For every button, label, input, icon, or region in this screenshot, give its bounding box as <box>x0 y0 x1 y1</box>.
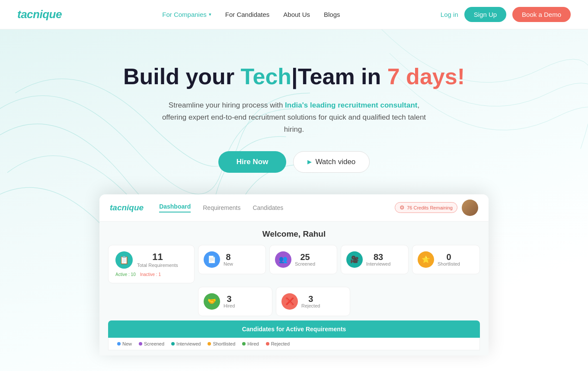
stat-label-screened: Screened <box>295 261 315 266</box>
credits-text: 76 Credits Remaining <box>407 205 453 210</box>
hero-title-teal: Tech <box>241 64 292 89</box>
stat-icon-interviewed: 🎥 <box>346 251 363 268</box>
legend-interviewed: Interviewed <box>171 341 201 346</box>
dashboard-tab-requirements-label: Requirements <box>203 204 240 211</box>
nav-links: For Companies ▾ For Candidates About Us … <box>162 11 340 18</box>
legend-screened: Screened <box>139 341 164 346</box>
inactive-badge: Inactive : 1 <box>140 272 161 277</box>
stat-card-hired: 🤝 3 Hired <box>198 287 272 316</box>
candidates-bar: Candidates for Active Requirements <box>108 320 480 338</box>
login-button[interactable]: Log in <box>441 11 458 18</box>
stat-label-new: New <box>224 261 233 266</box>
stat-number-new: 8 <box>224 253 233 261</box>
hire-now-button[interactable]: Hire Now <box>218 151 287 173</box>
avatar <box>462 200 478 216</box>
stat-number-hired: 3 <box>224 295 235 303</box>
legend-shortlisted: Shortlisted <box>208 341 235 346</box>
legend-new: New <box>117 341 132 346</box>
stat-number-total: 11 <box>137 252 178 262</box>
legend-screened-label: Screened <box>144 341 164 346</box>
legend-interviewed-label: Interviewed <box>176 341 201 346</box>
stat-label-interviewed: Interviewed <box>366 261 390 266</box>
logo[interactable]: tacnique <box>17 8 62 21</box>
dashboard-tab-requirements[interactable]: Requirements <box>203 204 240 211</box>
nav-item-blogs[interactable]: Blogs <box>324 11 340 18</box>
stat-card-shortlisted: ⭐ 0 Shortlisted <box>412 245 480 274</box>
nav-label-for-candidates: For Candidates <box>225 11 270 18</box>
hero-content: Build your Tech|Team in 7 days! Streamli… <box>99 29 489 355</box>
hero-title-orange: 7 days! <box>387 64 465 89</box>
hero-title-part2: Team in <box>298 64 387 89</box>
dashboard-right: ⚙ 76 Credits Remaining <box>395 200 478 216</box>
stats-row-1: 📋 11 Total Requirements Active : 10 Inac… <box>108 245 480 283</box>
navbar: tacnique For Companies ▾ For Candidates … <box>0 0 588 29</box>
stat-icon-total: 📋 <box>115 251 133 269</box>
dashboard-body: Welcome, Rahul 📋 11 Total Requirements <box>99 222 489 355</box>
candidates-section: Candidates for Active Requirements New S… <box>108 320 480 350</box>
legend-row: New Screened Interviewed Shortliste <box>108 338 480 350</box>
stat-card-interviewed: 🎥 83 Interviewed <box>341 245 409 274</box>
dashboard-logo: tacnique <box>110 203 144 212</box>
nav-item-for-candidates[interactable]: For Candidates <box>225 11 270 18</box>
legend-rejected-label: Rejected <box>271 341 290 346</box>
stat-label-shortlisted: Shortlisted <box>438 261 460 266</box>
nav-label-about-us: About Us <box>283 11 310 18</box>
nav-actions: Log in Sign Up Book a Demo <box>441 7 571 22</box>
hero-title-divider: | <box>291 64 298 89</box>
nav-item-about-us[interactable]: About Us <box>283 11 310 18</box>
legend-rejected: Rejected <box>266 341 290 346</box>
stats-row-2: 🤝 3 Hired ❌ 3 Rejected <box>108 287 480 316</box>
stat-label-rejected: Rejected <box>301 303 320 308</box>
legend-shortlisted-label: Shortlisted <box>213 341 235 346</box>
candidates-title: Candidates for Active Requirements <box>242 326 346 333</box>
stat-icon-hired: 🤝 <box>204 293 220 310</box>
dashboard-tab-dashboard-label: Dashboard <box>159 203 191 210</box>
stat-card-total: 📋 11 Total Requirements Active : 10 Inac… <box>108 245 195 283</box>
dashboard-tab-dashboard[interactable]: Dashboard <box>159 203 191 212</box>
stat-card-screened: 👥 25 Screened <box>269 245 337 274</box>
watch-video-label: Watch video <box>315 158 355 166</box>
book-demo-button[interactable]: Book a Demo <box>512 7 571 22</box>
hero-buttons: Hire Now ▶ Watch video <box>218 151 370 173</box>
stat-number-shortlisted: 0 <box>438 253 460 261</box>
stat-label-total: Total Requirements <box>137 263 178 268</box>
signup-button[interactable]: Sign Up <box>464 7 506 22</box>
stat-icon-screened: 👥 <box>275 251 291 268</box>
chevron-down-icon: ▾ <box>209 12 211 17</box>
stat-number-interviewed: 83 <box>366 253 390 261</box>
nav-label-blogs: Blogs <box>324 11 340 18</box>
stat-icon-rejected: ❌ <box>281 293 298 310</box>
dashboard-tab-candidates[interactable]: Candidates <box>252 204 283 211</box>
subtitle-highlight: India's leading recruitment consultant <box>285 101 417 109</box>
hero-title: Build your Tech|Team in 7 days! <box>123 64 465 90</box>
dashboard-tab-candidates-label: Candidates <box>252 204 283 211</box>
watch-video-button[interactable]: ▶ Watch video <box>293 151 370 173</box>
stat-card-rejected: ❌ 3 Rejected <box>276 287 350 316</box>
hero-section: Build your Tech|Team in 7 days! Streamli… <box>0 29 588 371</box>
hero-title-part1: Build your <box>123 64 241 89</box>
stat-number-rejected: 3 <box>301 295 320 303</box>
stat-card-new: 📄 8 New <box>198 245 266 274</box>
credits-icon: ⚙ <box>399 204 405 211</box>
credits-badge: ⚙ 76 Credits Remaining <box>395 202 457 213</box>
legend-new-label: New <box>122 341 132 346</box>
active-badge: Active : 10 <box>115 272 136 277</box>
hero-subtitle: Streamline your hiring process with Indi… <box>156 99 432 136</box>
stat-icon-new: 📄 <box>204 251 220 268</box>
subtitle-before: Streamline your hiring process with <box>169 101 285 109</box>
dashboard-mockup: tacnique Dashboard Requirements Candidat… <box>99 194 489 355</box>
welcome-text: Welcome, Rahul <box>108 229 480 239</box>
stat-label-hired: Hired <box>224 303 235 308</box>
legend-hired: Hired <box>242 341 259 346</box>
dashboard-navbar: tacnique Dashboard Requirements Candidat… <box>99 194 489 222</box>
legend-hired-label: Hired <box>247 341 259 346</box>
nav-item-for-companies[interactable]: For Companies ▾ <box>162 11 211 18</box>
stat-icon-shortlisted: ⭐ <box>418 251 434 268</box>
play-icon: ▶ <box>307 159 312 165</box>
stat-number-screened: 25 <box>295 253 315 261</box>
nav-label-for-companies: For Companies <box>162 11 207 18</box>
